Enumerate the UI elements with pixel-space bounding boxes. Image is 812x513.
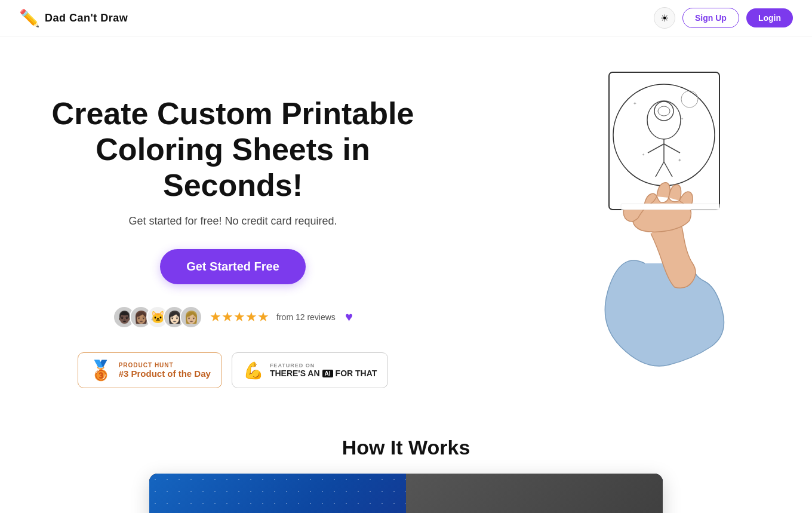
sun-icon: ☀: [660, 13, 669, 24]
avatars: 👨🏿 👩🏽 🐱 👩🏻 👩🏼: [113, 306, 202, 328]
hand-coloring-svg: ✦ ✦ ✦ ✦: [573, 60, 764, 371]
avatar: 👩🏼: [180, 306, 202, 328]
logo-text: Dad Can't Draw: [45, 12, 128, 24]
navbar: ✏️ Dad Can't Draw ☀ Sign Up Login: [0, 0, 812, 36]
video-embed[interactable]: 5 Create One-of-a-Kind Coloring Pages wi…: [149, 474, 663, 513]
ai-tag: AI: [322, 370, 333, 377]
login-button[interactable]: Login: [746, 8, 793, 27]
ai-for-that-prefix: THERE'S AN: [270, 368, 320, 378]
heart-icon: ♥: [345, 309, 353, 325]
how-it-works-section: How It Works 5 Create One-of-a-Kind Colo…: [0, 412, 812, 513]
ai-for-that-text: FEATURED ON THERE'S AN AI FOR THAT: [270, 363, 377, 378]
hero-title: Create Custom Printable Coloring Sheets …: [48, 96, 418, 203]
dots-bg: [149, 474, 406, 513]
logo-icon: ✏️: [19, 8, 40, 28]
person-svg: [406, 502, 663, 513]
svg-point-1: [613, 84, 715, 186]
signup-button[interactable]: Sign Up: [682, 8, 739, 28]
product-hunt-badge[interactable]: 🥉 PRODUCT HUNT #3 Product of the Day: [78, 352, 222, 388]
video-placeholder: 5 Create One-of-a-Kind Coloring Pages wi…: [149, 474, 663, 513]
product-hunt-label: PRODUCT HUNT: [119, 362, 211, 368]
ai-for-that-label: FEATURED ON: [270, 363, 377, 368]
theme-toggle-button[interactable]: ☀: [654, 7, 675, 29]
ai-for-that-title-line: THERE'S AN AI FOR THAT: [270, 368, 377, 378]
social-proof: 👨🏿 👩🏽 🐱 👩🏻 👩🏼 ★★★★★ from 12 reviews ♥: [48, 306, 418, 328]
star-rating: ★★★★★: [210, 309, 269, 325]
product-hunt-title: #3 Product of the Day: [119, 368, 211, 379]
get-started-button[interactable]: Get Started Free: [160, 249, 306, 284]
how-title: How It Works: [48, 436, 764, 459]
video-left-panel: [149, 474, 406, 513]
hero-image: ✦ ✦ ✦ ✦: [573, 60, 764, 371]
ai-for-that-suffix: FOR THAT: [336, 368, 377, 378]
reviews-text: from 12 reviews: [276, 312, 336, 322]
svg-text:✦: ✦: [678, 158, 682, 163]
svg-text:✦: ✦: [642, 153, 645, 156]
nav-right: ☀ Sign Up Login: [654, 7, 793, 29]
svg-rect-15: [621, 204, 719, 210]
product-hunt-text: PRODUCT HUNT #3 Product of the Day: [119, 362, 211, 379]
hero-illustration: ✦ ✦ ✦ ✦: [573, 60, 764, 371]
hero-subtitle: Get started for free! No credit card req…: [48, 215, 418, 228]
badges: 🥉 PRODUCT HUNT #3 Product of the Day 💪 F…: [48, 352, 418, 388]
video-right-panel: [406, 474, 663, 513]
svg-text:✦: ✦: [681, 117, 684, 121]
hero-left: Create Custom Printable Coloring Sheets …: [48, 72, 418, 388]
ai-for-that-badge[interactable]: 💪 FEATURED ON THERE'S AN AI FOR THAT: [232, 352, 388, 388]
hero-cta-wrap: Get Started Free: [48, 249, 418, 284]
hero-section: Create Custom Printable Coloring Sheets …: [0, 36, 812, 412]
svg-text:✦: ✦: [633, 101, 637, 106]
logo-link[interactable]: ✏️ Dad Can't Draw: [19, 8, 128, 28]
muscle-icon: 💪: [243, 361, 264, 380]
medal-icon: 🥉: [89, 359, 113, 382]
